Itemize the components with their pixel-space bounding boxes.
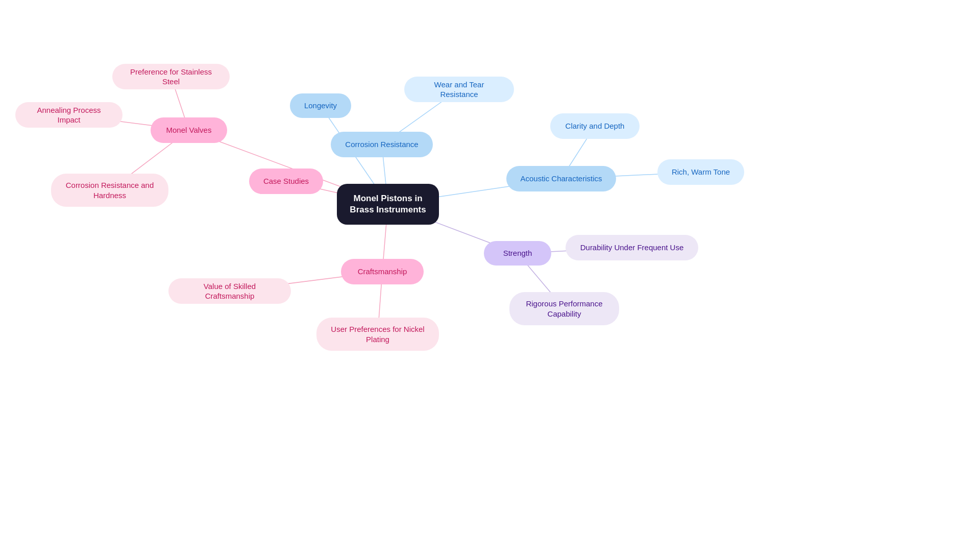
rigorous-node[interactable]: Rigorous Performance Capability — [509, 292, 619, 325]
strength-node[interactable]: Strength — [484, 241, 551, 266]
center-node[interactable]: Monel Pistons in Brass Instruments — [337, 184, 439, 225]
value-skilled-node[interactable]: Value of Skilled Craftsmanship — [168, 278, 291, 304]
case-studies-node[interactable]: Case Studies — [249, 169, 323, 194]
user-preferences-node[interactable]: User Preferences for Nickel Plating — [316, 318, 439, 351]
preference-stainless-node[interactable]: Preference for Stainless Steel — [112, 64, 230, 89]
craftsmanship-node[interactable]: Craftsmanship — [341, 259, 424, 284]
longevity-node[interactable]: Longevity — [290, 93, 351, 118]
acoustic-node[interactable]: Acoustic Characteristics — [506, 166, 616, 191]
clarity-depth-node[interactable]: Clarity and Depth — [550, 113, 640, 139]
annealing-node[interactable]: Annealing Process Impact — [15, 102, 122, 128]
rich-warm-tone-node[interactable]: Rich, Warm Tone — [657, 159, 744, 185]
corrosion-resistance-node[interactable]: Corrosion Resistance — [331, 132, 433, 157]
durability-node[interactable]: Durability Under Frequent Use — [566, 235, 698, 260]
monel-valves-node[interactable]: Monel Valves — [151, 117, 227, 143]
wear-tear-node[interactable]: Wear and Tear Resistance — [404, 77, 514, 102]
corrosion-hardness-node[interactable]: Corrosion Resistance and Hardness — [51, 174, 168, 207]
